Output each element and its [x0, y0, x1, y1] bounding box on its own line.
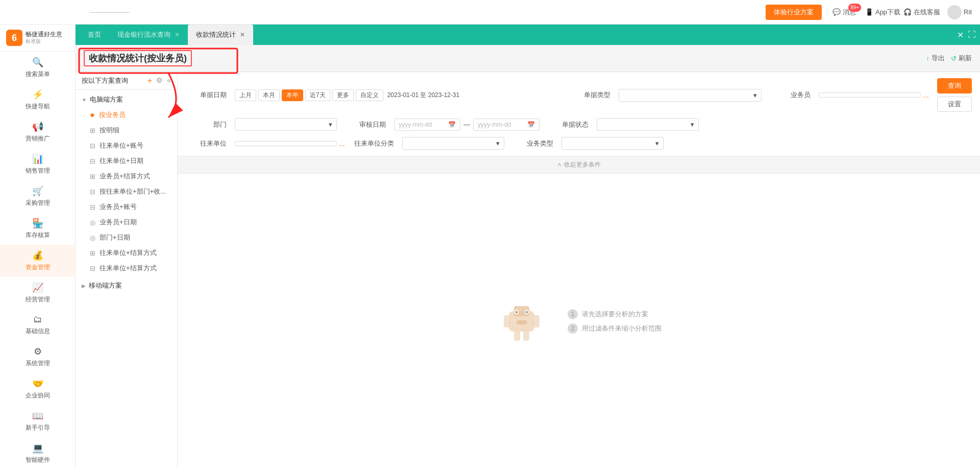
salesperson-scheme-icon: ●: [90, 110, 95, 120]
biz-type-chevron: ▾: [655, 139, 659, 147]
query-button[interactable]: 查询: [937, 78, 972, 93]
sidebar-label-operations: 经营管理: [26, 295, 50, 304]
partner-more-btn[interactable]: ...: [339, 139, 345, 148]
sidebar-label-basics: 基础信息: [26, 327, 50, 336]
sidebar-item-finance[interactable]: 💰 资金管理: [0, 245, 75, 277]
marketing-icon: 📢: [32, 121, 43, 132]
date-range-display: 2023-01-01 至 2023-12-31: [387, 91, 459, 100]
tab-home[interactable]: 首页: [80, 30, 109, 39]
salesperson-date-label: 业务员+日期: [100, 218, 137, 227]
date-btn-custom[interactable]: 自定义: [356, 89, 383, 101]
scheme-group-desktop[interactable]: ▼ 电脑端方案: [76, 92, 177, 107]
salesperson-label: 业务员: [770, 90, 811, 100]
scheme-item-detail[interactable]: ⊞ 按明细: [76, 123, 177, 138]
tab-collection-stats-close[interactable]: ✕: [240, 31, 245, 38]
search-icon: 🔍: [32, 57, 43, 68]
export-button[interactable]: ↑ 导出: [926, 54, 945, 63]
voucher-type-label: 单据类型: [570, 90, 610, 100]
scheme-item-partner-payment2[interactable]: ⊟ 往来单位+结算方式: [76, 261, 177, 276]
sidebar-item-marketing[interactable]: 📢 营销推广: [0, 116, 75, 148]
messages-button[interactable]: 💬 消息 99+: [832, 8, 856, 17]
export-icon: ↑: [926, 55, 930, 62]
tab-bank-flow-close[interactable]: ✕: [175, 31, 180, 38]
sidebar-item-shortcuts[interactable]: ⚡ 快捷导航: [0, 84, 75, 116]
sidebar-label-guide: 新手引导: [26, 424, 50, 432]
tab-collection-stats-label: 收款情况统计: [196, 30, 236, 39]
sidebar-item-purchase[interactable]: 🛒 采购管理: [0, 180, 75, 213]
audit-date-from[interactable]: yyyy-mm-dd 📅: [394, 119, 460, 131]
audit-date-to[interactable]: yyyy-mm-dd 📅: [473, 119, 540, 131]
salesperson-select[interactable]: [819, 92, 921, 98]
messages-badge: 99+: [848, 4, 861, 12]
online-service-button[interactable]: 🎧 在线客服: [903, 8, 940, 17]
date-btn-this-month[interactable]: 本月: [258, 89, 280, 101]
collapse-more-bar[interactable]: ∧ 收起更多条件: [178, 156, 980, 174]
sidebar-item-basics[interactable]: 🗂 基础信息: [0, 309, 75, 341]
dept-chevron: ▾: [329, 121, 332, 128]
scheme-item-partner-payment1[interactable]: ⊞ 往来单位+结算方式: [76, 245, 177, 261]
audit-date-from-placeholder: yyyy-mm-dd: [399, 121, 432, 128]
salesperson-more-btn[interactable]: ...: [923, 91, 929, 99]
scheme-item-partner-dept[interactable]: ⊟ 按往来单位+部门+收...: [76, 184, 177, 199]
trial-button[interactable]: 体验行业方案: [766, 5, 822, 20]
date-btn-this-year[interactable]: 本年: [282, 89, 303, 101]
sidebar-item-inventory[interactable]: 🏪 库存核算: [0, 213, 75, 245]
app-name: 畅捷通好生意: [26, 31, 62, 38]
scheme-settings-icon[interactable]: ⚙: [156, 76, 163, 85]
tab-close-all-icon[interactable]: ✕: [957, 30, 964, 40]
salesperson-scheme-label: 按业务员: [99, 110, 126, 120]
results-area: 1 请先选择要分析的方案 2 用过滤条件来缩小分析范围: [178, 174, 980, 469]
sidebar-label-hardware: 智能硬件: [26, 456, 50, 464]
salesperson-payment-label: 业务员+结算方式: [100, 172, 150, 181]
tab-collection-stats[interactable]: 收款情况统计 ✕: [188, 25, 253, 45]
refresh-button[interactable]: ↺ 刷新: [951, 54, 972, 63]
scheme-add-icon[interactable]: +: [148, 76, 152, 85]
scheme-collapse-icon[interactable]: «: [167, 76, 171, 85]
scheme-item-salesperson-payment[interactable]: ⊞ 业务员+结算方式: [76, 169, 177, 184]
scheme-panel-label: 按以下方案查询: [82, 76, 128, 85]
sidebar-item-search[interactable]: 🔍 搜索菜单: [0, 52, 75, 84]
status-chevron: ▾: [691, 121, 694, 128]
app-badge: 标准版: [26, 38, 62, 45]
sidebar-item-operations[interactable]: 📈 经营管理: [0, 277, 75, 309]
scheme-item-salesperson-account[interactable]: ⊟ 业务员+账号: [76, 199, 177, 215]
scheme-item-by-salesperson[interactable]: ● 按业务员: [76, 107, 177, 123]
scheme-item-partner-date[interactable]: ⊟ 往来单位+日期: [76, 153, 177, 169]
biz-type-select[interactable]: ▾: [561, 137, 664, 150]
partner-label: 往来单位: [186, 139, 227, 148]
sidebar-item-guide[interactable]: 📖 新手引导: [0, 405, 75, 437]
date-btn-last-month[interactable]: 上月: [235, 89, 256, 101]
scheme-item-partner-account[interactable]: ⊟ 往来单位+账号: [76, 138, 177, 153]
sidebar-label-inventory: 库存核算: [26, 231, 50, 240]
sidebar-label-purchase: 采购管理: [26, 199, 50, 207]
scheme-item-dept-date[interactable]: ◎ 部门+日期: [76, 230, 177, 245]
sidebar-item-hardware[interactable]: 💻 智能硬件: [0, 437, 75, 469]
empty-tips: 1 请先选择要分析的方案 2 用过滤条件来缩小分析范围: [568, 309, 662, 334]
sidebar-item-system[interactable]: ⚙ 系统管理: [0, 341, 75, 373]
collab-icon: 🤝: [32, 378, 43, 389]
partner-select[interactable]: [235, 141, 337, 146]
detail-scheme-icon: ⊞: [90, 127, 95, 134]
purchase-icon: 🛒: [32, 185, 43, 197]
app-download-button[interactable]: 📱 App下载: [865, 8, 900, 17]
sidebar-item-collab[interactable]: 🤝 企业协同: [0, 373, 75, 405]
tip-text-1: 请先选择要分析的方案: [582, 310, 648, 319]
date-btn-7days[interactable]: 近7天: [305, 89, 330, 101]
scheme-group-mobile[interactable]: ▶ 移动端方案: [76, 278, 177, 293]
settings-button[interactable]: 设置: [937, 97, 972, 112]
online-service-label: 在线客服: [914, 8, 940, 17]
voucher-status-select[interactable]: ▾: [597, 118, 699, 131]
partner-category-select[interactable]: ▾: [402, 137, 504, 150]
avatar: [947, 5, 962, 19]
sidebar-item-sales[interactable]: 📊 销售管理: [0, 148, 75, 180]
calendar-to-icon: 📅: [527, 121, 535, 128]
tab-maximize-icon[interactable]: ⛶: [968, 30, 976, 39]
dept-select[interactable]: ▾: [235, 118, 337, 131]
partner-payment1-label: 往来单位+结算方式: [100, 248, 157, 257]
tab-bank-flow[interactable]: 现金银行流水查询 ✕: [109, 25, 188, 45]
user-avatar-area[interactable]: Rit: [947, 5, 972, 19]
date-btn-more[interactable]: 更多: [332, 89, 354, 101]
export-label: 导出: [932, 54, 945, 63]
voucher-type-select[interactable]: ▾: [619, 89, 762, 102]
scheme-item-salesperson-date[interactable]: ◎ 业务员+日期: [76, 215, 177, 230]
